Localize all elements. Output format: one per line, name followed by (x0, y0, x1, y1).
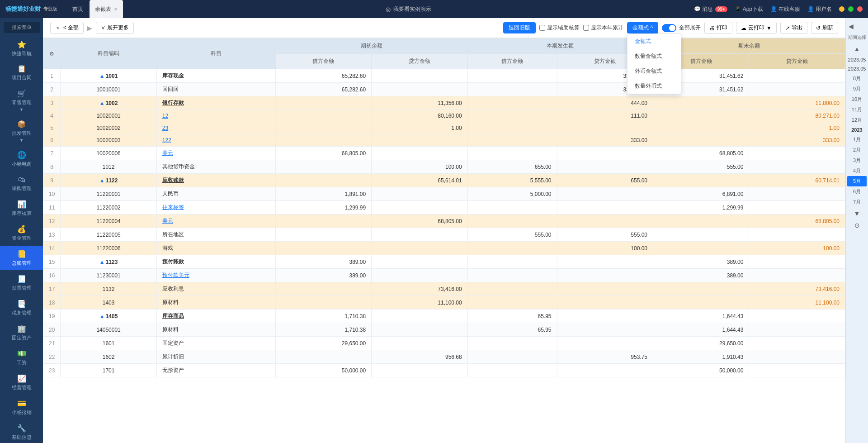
cloud-print-button[interactable]: ☁ 云打印 ▼ (736, 22, 777, 34)
table-row-name[interactable]: 银行存款 (156, 96, 275, 110)
table-row-name[interactable]: 原材料 (156, 296, 275, 310)
mode-qty-foreign[interactable]: 数量外币式 (627, 79, 681, 94)
maximize-btn[interactable] (848, 6, 854, 12)
minimize-btn[interactable] (839, 6, 844, 12)
sidebar-item-capital[interactable]: 💰 资金管理 (0, 221, 43, 245)
mode-foreign[interactable]: 外币金额式 (627, 64, 681, 79)
table-row-name[interactable]: 无形资产 (156, 364, 275, 377)
return-old-button[interactable]: 退回旧版 (503, 22, 536, 33)
table-row[interactable]: 3▲1002银行存款11,356.00444.0011,800.00 (43, 96, 845, 110)
sidebar-item-ledger[interactable]: 📒 总账管理 (0, 246, 43, 270)
month-item[interactable]: 5月 (847, 176, 867, 186)
month-item[interactable]: 2023.05 (847, 55, 867, 64)
tab-home[interactable]: 首页 (66, 0, 90, 18)
table-row[interactable]: 1111220002往来标签1,299.991,299.99 (43, 201, 845, 214)
period-up-icon[interactable]: ▲ (853, 44, 861, 53)
show-ytd-check[interactable]: 显示本年累计 (583, 24, 623, 32)
expand-all-toggle[interactable]: 全部展开 (662, 24, 701, 32)
sidebar-item-salary[interactable]: 💵 工资 (0, 346, 43, 370)
search-menu[interactable]: 搜索菜单 (4, 22, 40, 33)
month-item[interactable]: 6月 (847, 186, 867, 197)
sidebar-item-purchase[interactable]: 🛍 采购管理 (0, 172, 43, 195)
table-row[interactable]: 15▲1123预付账款389.00389.00 (43, 255, 845, 269)
table-row[interactable]: 1411220006游戏100.00100.00 (43, 242, 845, 255)
panel-collapse-icon[interactable]: ◀ (848, 22, 854, 31)
month-item[interactable]: 4月 (847, 166, 867, 176)
month-item[interactable]: 9月 (847, 84, 867, 94)
table-row-name[interactable]: 应收利息 (156, 282, 275, 296)
sidebar-item-inventory[interactable]: 📊 库存核算 (0, 196, 43, 220)
app-download-btn[interactable]: 📱 App下载 (735, 5, 763, 13)
table-row-name[interactable]: 回回回 (156, 83, 275, 96)
month-item[interactable]: 12月 (847, 115, 867, 125)
table-row-name[interactable]: 其他货币资金 (156, 160, 275, 174)
month-item[interactable]: 2023.05 (847, 64, 867, 73)
table-row[interactable]: 81012其他货币资金100.00655.00555.00 (43, 160, 845, 174)
table-row-name[interactable]: 应收账款 (156, 174, 275, 187)
expand-button[interactable]: ∨ 展开更多 (96, 22, 133, 34)
table-row[interactable]: 210010001回回回65,282.6033,830.9831,451.62 (43, 83, 845, 96)
sidebar-item-basic[interactable]: 🔧 基础信息 (0, 420, 43, 443)
settings-header[interactable]: ⚙ (43, 38, 61, 69)
display-mode-button[interactable]: 金额式 ^ (627, 22, 658, 33)
sidebar-item-project[interactable]: 📋 项目合同 (0, 61, 43, 85)
month-item[interactable]: 10月 (847, 94, 867, 105)
mode-amount[interactable]: 金额式 (627, 34, 681, 49)
month-item[interactable]: 2023 (847, 125, 867, 134)
sidebar-item-assets[interactable]: 🏢 固定资产 (0, 321, 43, 345)
table-row-name[interactable]: 23 (156, 122, 275, 134)
auxiliary-checkbox[interactable] (539, 25, 545, 31)
month-item[interactable]: 7月 (847, 197, 867, 207)
table-row-name[interactable]: 库存现金 (156, 69, 275, 83)
table-row[interactable]: 1311220005所在地区555.00555.00 (43, 228, 845, 242)
sidebar-item-retail[interactable]: 🛒 零售管理 ▼ (0, 86, 43, 115)
refresh-button[interactable]: ↺ 刷新 (811, 22, 838, 34)
table-row[interactable]: 610020003122333.00333.00 (43, 134, 845, 147)
table-row[interactable]: 1611230001预付款美元389.00389.00 (43, 269, 845, 282)
table-row-name[interactable]: 12 (156, 110, 275, 122)
period-down-icon[interactable]: ▼ (853, 209, 861, 218)
table-row-name[interactable]: 原材料 (156, 323, 275, 337)
show-auxiliary-check[interactable]: 显示辅助核算 (539, 24, 580, 32)
table-row-name[interactable]: 预付款美元 (156, 269, 275, 282)
month-item[interactable]: 3月 (847, 155, 867, 166)
collapse-panel-icon[interactable]: ⊙ (854, 222, 860, 229)
online-service-btn[interactable]: 👤 在线客服 (770, 5, 800, 13)
back-button[interactable]: ＜ < 全部 (50, 22, 84, 34)
table-row-name[interactable]: 固定资产 (156, 337, 275, 350)
table-row-name[interactable]: 美元 (156, 147, 275, 160)
table-row[interactable]: 171132应收利息73,416.0073,416.00 (43, 282, 845, 296)
month-item[interactable]: 8月 (847, 73, 867, 84)
print-button[interactable]: 🖨 打印 (704, 22, 732, 34)
export-button[interactable]: ↗ 导出 (780, 22, 807, 34)
table-row[interactable]: 1011220001人民币1,891.005,000.006,891.00 (43, 187, 845, 201)
table-row[interactable]: 231701无形资产50,000.0050,000.00 (43, 364, 845, 377)
table-row[interactable]: 1211220004美元68,805.0068,805.00 (43, 214, 845, 228)
sidebar-item-wholesale[interactable]: 📦 批发管理 ▼ (0, 116, 43, 146)
user-avatar[interactable]: 👤 用户名 (807, 5, 832, 13)
table-row-name[interactable]: 游戏 (156, 242, 275, 255)
table-row[interactable]: 4100200011280,160.00111.0080,271.00 (43, 110, 845, 122)
sidebar-item-operations[interactable]: 📈 经营管理 (0, 371, 43, 395)
sidebar-item-ecommerce[interactable]: 🌐 小畅电商 (0, 147, 43, 171)
toggle-switch-control[interactable] (662, 24, 676, 32)
sidebar-item-quicknav[interactable]: ⭐ 快捷导航 (0, 37, 43, 61)
table-row[interactable]: 19▲1405库存商品1,710.3865.951,644.43 (43, 310, 845, 323)
table-row-name[interactable]: 美元 (156, 214, 275, 228)
month-item[interactable]: 11月 (847, 105, 867, 115)
table-row-name[interactable]: 往来标签 (156, 201, 275, 214)
table-row-name[interactable]: 累计折旧 (156, 350, 275, 364)
ytd-checkbox[interactable] (583, 25, 589, 31)
table-row-name[interactable]: 122 (156, 134, 275, 147)
table-row-name[interactable]: 所在地区 (156, 228, 275, 242)
tab-close-icon[interactable]: ✕ (114, 7, 118, 12)
table-row-name[interactable]: 人民币 (156, 187, 275, 201)
sidebar-item-marketing[interactable]: 💳 小畅报销 (0, 395, 43, 419)
table-row[interactable]: 181403原材料11,100.0011,100.00 (43, 296, 845, 310)
mode-qty-amount[interactable]: 数量金额式 (627, 49, 681, 64)
table-row-name[interactable]: 库存商品 (156, 310, 275, 323)
sidebar-item-tax[interactable]: 📑 税务管理 (0, 296, 43, 320)
tab-balance[interactable]: 余额表 ✕ (90, 0, 123, 18)
month-item[interactable]: 2月 (847, 145, 867, 155)
close-btn[interactable] (857, 6, 863, 12)
